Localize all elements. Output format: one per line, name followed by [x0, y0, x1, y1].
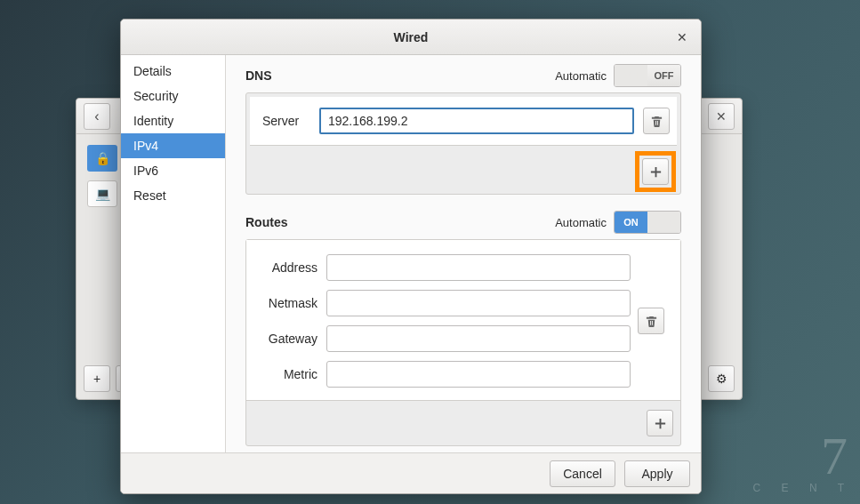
watermark-big: 7 [821, 427, 853, 485]
dns-section-header: DNS Automatic ON OFF [245, 64, 681, 87]
routes-heading: Routes [245, 215, 287, 229]
route-netmask-input[interactable] [326, 290, 631, 316]
route-address-label: Address [255, 260, 326, 275]
desktop-watermark: 7 C E N T [753, 435, 853, 493]
routes-section-header: Routes Automatic ON OFF [245, 211, 681, 234]
switch-on-text: ON [615, 212, 647, 233]
sidebar-item-security[interactable]: Security [121, 84, 225, 108]
dns-delete-button[interactable] [643, 108, 670, 134]
dialog-title: Wired [394, 30, 429, 44]
dns-heading: DNS [245, 68, 272, 83]
back-button[interactable]: ‹ [84, 103, 110, 130]
route-gateway-input[interactable] [326, 325, 631, 352]
dns-add-highlight [635, 151, 676, 192]
plus-icon [649, 165, 663, 179]
switch-on-text: ON [615, 65, 647, 86]
dns-server-input[interactable] [319, 108, 634, 134]
dialog-footer: Cancel Apply [121, 452, 701, 493]
route-add-button[interactable] [647, 410, 673, 436]
route-metric-input[interactable] [326, 361, 631, 388]
sidebar-item-details[interactable]: Details [121, 59, 225, 84]
switch-off-text: OFF [647, 212, 680, 233]
route-address-input[interactable] [326, 254, 631, 281]
route-delete-button[interactable] [638, 308, 664, 334]
settings-sidebar: Details Security Identity IPv4 IPv6 Rese… [121, 55, 226, 452]
route-metric-label: Metric [255, 367, 326, 381]
dns-add-button[interactable] [642, 158, 669, 185]
bg-close-button[interactable]: ✕ [708, 103, 735, 130]
sidebar-item-identity[interactable]: Identity [121, 108, 225, 133]
close-button[interactable]: ✕ [671, 26, 694, 49]
dns-server-label: Server [262, 114, 319, 128]
dns-automatic-switch[interactable]: ON OFF [614, 64, 681, 87]
dns-automatic-label: Automatic [555, 69, 607, 83]
route-netmask-label: Netmask [255, 296, 326, 310]
trash-icon [650, 115, 663, 128]
cancel-button[interactable]: Cancel [550, 460, 615, 487]
routes-panel: Address Netmask Gateway Metric [245, 239, 681, 446]
wired-settings-dialog: Wired ✕ Details Security Identity IPv4 I… [120, 19, 702, 494]
dns-panel: Server [245, 92, 681, 195]
route-gateway-label: Gateway [255, 332, 326, 346]
trash-icon [645, 315, 658, 328]
watermark-sub: C E N T [753, 484, 853, 493]
bg-gear-button[interactable]: ⚙ [708, 365, 735, 392]
bg-tile[interactable]: 💻 [87, 180, 117, 207]
routes-automatic-switch[interactable]: ON OFF [614, 211, 681, 234]
dns-server-highlight: Server [250, 97, 677, 146]
route-add-row [246, 401, 680, 445]
routes-automatic-label: Automatic [555, 216, 607, 229]
sidebar-item-ipv6[interactable]: IPv6 [121, 158, 225, 183]
sidebar-item-reset[interactable]: Reset [121, 183, 225, 208]
apply-button[interactable]: Apply [624, 460, 690, 487]
plus-icon [654, 417, 667, 430]
dns-add-row [246, 149, 680, 194]
sidebar-item-ipv4[interactable]: IPv4 [121, 133, 225, 158]
route-entry: Address Netmask Gateway Metric [246, 240, 680, 401]
bg-tile-active[interactable]: 🔒 [87, 145, 117, 172]
dialog-titlebar: Wired ✕ [121, 20, 701, 55]
bg-add-button[interactable]: + [84, 365, 110, 392]
switch-off-text: OFF [647, 65, 680, 86]
dns-server-row: Server [250, 97, 677, 146]
ipv4-content: DNS Automatic ON OFF Server [226, 55, 701, 452]
